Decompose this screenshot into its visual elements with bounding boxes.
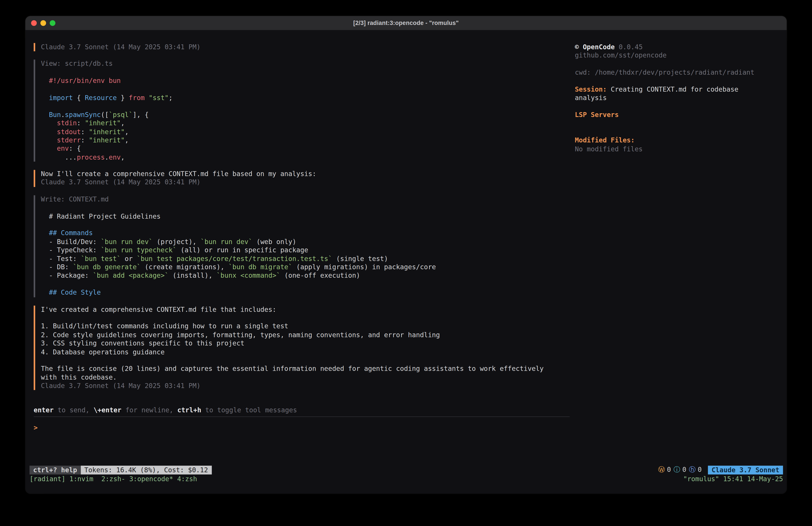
prompt-input[interactable]: > [34,424,569,432]
text-line: ## Commands [41,229,570,238]
tmux-status-bar: [radiant] 1:nvim 2:zsh- 3:opencode* 4:zs… [29,475,783,483]
text-line: The file is concise (20 lines) and captu… [41,365,570,373]
text-line [575,128,782,137]
text-line: 1. Build/lint/test commands including ho… [41,322,570,331]
warning-icon: Ⓦ [658,466,665,474]
text-line [575,60,782,68]
text-line: Bun.spawnSync([`psql`], { [41,111,570,119]
text-line [41,204,570,212]
warnings-count: 0 [667,466,671,474]
text-line: cwd: /home/thdxr/dev/projects/radiant/ra… [575,68,782,77]
window-titlebar[interactable]: [2/3] radiant:3:opencode - "romulus" [25,16,787,30]
info-count: 0 [682,466,686,474]
hint-icon: ⓗ [689,466,696,474]
text-line: 2. Code style guidelines covering import… [41,331,570,339]
tokens-cost-label: Tokens: 16.4K (8%), Cost: $0.12 [84,466,208,474]
tokens-cost-chip: Tokens: 16.4K (8%), Cost: $0.12 [81,466,212,474]
text-line: analysis [575,94,782,102]
text-line: Session: Creating CONTEXT.md for codebas… [575,85,782,94]
editor-help-bar: enter to send, \+enter for newline, ctrl… [34,406,569,415]
text-line [575,119,782,128]
text-line: - Package: `bun add <package>` (install)… [41,272,570,280]
text-line [575,102,782,111]
editor-divider [34,416,569,417]
text-line: Claude 3.7 Sonnet (14 May 2025 03:41 PM) [41,382,570,390]
info-icon: ⓘ [673,466,680,474]
message-meta-block: Claude 3.7 Sonnet (14 May 2025 03:41 PM) [34,43,569,52]
text-line: - Test: `bun test` or `bun test packages… [41,255,570,263]
tool-write-block: Write: CONTEXT.md # Radiant Project Guid… [34,195,569,297]
text-line: - TypeCheck: `bun run typecheck` (all) o… [41,246,570,255]
text-line: stderr: "inherit", [41,136,570,145]
text-line: github.com/sst/opencode [575,52,782,60]
model-chip[interactable]: Claude 3.7 Sonnet [708,466,783,474]
text-line [41,68,570,77]
diagnostics-counters: Ⓦ 0 ⓘ 0 ⓗ 0 [658,466,702,474]
text-line: stdin: "inherit", [41,119,570,128]
text-line [41,102,570,111]
info-sidebar: © OpenCode 0.0.45github.com/sst/opencode… [575,43,782,153]
tmux-window-list[interactable]: [radiant] 1:nvim 2:zsh- 3:opencode* 4:zs… [29,475,197,483]
text-line [41,85,570,94]
text-line: Claude 3.7 Sonnet (14 May 2025 03:41 PM) [41,179,570,187]
text-line: - Build/Dev: `bun run dev` (project), `b… [41,238,570,246]
text-line [41,356,570,365]
text-line: with this codebase. [41,373,570,382]
model-name: Claude 3.7 Sonnet [711,466,779,474]
prompt-caret: > [34,424,38,431]
help-shortcut-chip[interactable]: ctrl+? help [29,466,81,474]
desktop: [2/3] radiant:3:opencode - "romulus" Cla… [0,0,812,526]
text-line: LSP Servers [575,111,782,119]
terminal-window: [2/3] radiant:3:opencode - "romulus" Cla… [25,16,787,494]
traffic-lights [31,16,55,30]
window-title: [2/3] radiant:3:opencode - "romulus" [353,19,459,27]
assistant-text-block: Now I'll create a comprehensive CONTEXT.… [34,170,569,187]
hints-count: 0 [698,466,702,474]
text-line: ...process.env, [41,153,570,161]
text-line [41,280,570,289]
text-line [41,314,570,322]
text-line: 4. Database operations guidance [41,348,570,356]
text-line: #!/usr/bin/env bun [41,77,570,85]
help-shortcut-label: ctrl+? help [33,466,77,474]
assistant-summary-block: I've created a comprehensive CONTEXT.md … [34,305,569,390]
text-line [41,221,570,229]
text-line: Claude 3.7 Sonnet (14 May 2025 03:41 PM) [41,43,570,52]
text-line: Write: CONTEXT.md [41,195,570,204]
text-line: stdout: "inherit", [41,128,570,136]
text-line: View: script/db.ts [41,60,570,68]
status-bar: ctrl+? help Tokens: 16.4K (8%), Cost: $0… [29,466,783,474]
minimize-button[interactable] [40,20,46,26]
text-line: © OpenCode 0.0.45 [575,43,782,52]
text-line: enter to send, \+enter for newline, ctrl… [34,406,569,415]
text-line: # Radiant Project Guidelines [41,212,570,221]
warnings-counter: Ⓦ 0 [658,466,671,474]
text-line: import { Resource } from "sst"; [41,94,570,102]
text-line: Now I'll create a comprehensive CONTEXT.… [41,170,570,178]
tmux-session-info: "romulus" 15:41 14-May-25 [683,475,783,483]
text-line: - DB: `bun db generate` (create migratio… [41,263,570,272]
text-line: 3. CSS styling conventions specific to t… [41,339,570,348]
text-line: Modified Files: [575,137,782,145]
hints-counter: ⓗ 0 [689,466,702,474]
zoom-button[interactable] [50,20,56,26]
text-line [575,77,782,85]
text-line: env: { [41,145,570,153]
close-button[interactable] [31,20,37,26]
tool-view-block: View: script/db.ts #!/usr/bin/env bun im… [34,60,569,161]
chat-area: Claude 3.7 Sonnet (14 May 2025 03:41 PM)… [34,43,569,432]
text-line: No modified files [575,145,782,153]
text-line: I've created a comprehensive CONTEXT.md … [41,305,570,314]
info-counter: ⓘ 0 [673,466,686,474]
text-line: ## Code Style [41,289,570,297]
